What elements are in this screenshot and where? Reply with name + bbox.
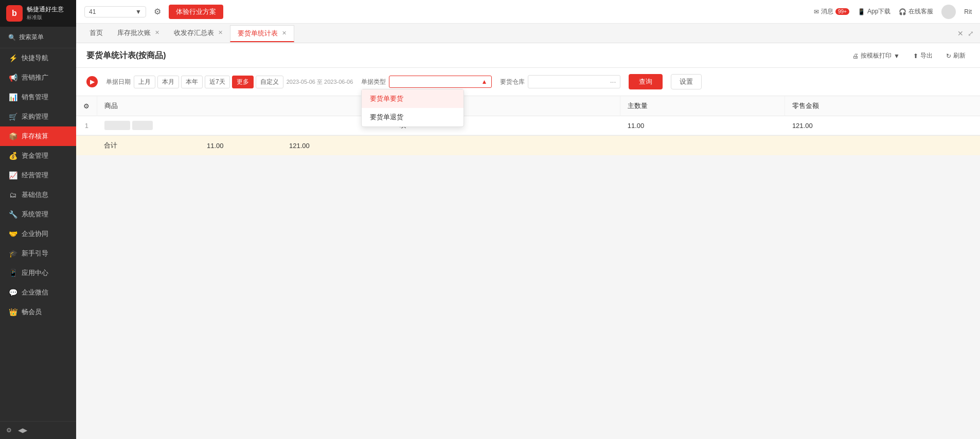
purchase-icon: 🛒 xyxy=(8,113,17,121)
product-tag-2 xyxy=(132,121,153,130)
online-service-btn[interactable]: 🎧 在线客服 xyxy=(899,7,933,16)
sidebar-item-newbie[interactable]: 🎓 新手引导 xyxy=(0,244,76,263)
product-tag-1 xyxy=(104,121,130,130)
search-menu-label: 搜索菜单 xyxy=(19,33,44,42)
date-btn-last-month[interactable]: 上月 xyxy=(134,76,155,88)
sidebar-item-base-info[interactable]: 🗂 基础信息 xyxy=(0,185,76,205)
enterprise-wechat-icon: 💬 xyxy=(8,288,17,297)
td-seq: 1 xyxy=(76,116,97,135)
main-content: 41 ▼ ⚙ 体验行业方案 ✉ 消息 99+ 📱 App下载 🎧 在线客服 xyxy=(76,0,980,439)
sidebar-item-quick-nav[interactable]: ⚡ 快捷导航 xyxy=(0,48,76,68)
tab-stock-batch-close[interactable]: ✕ xyxy=(155,29,159,36)
sidebar-item-enterprise-wechat[interactable]: 💬 企业微信 xyxy=(0,283,76,302)
store-selector[interactable]: 41 ▼ xyxy=(84,6,146,17)
date-filter-group: 单据日期 上月 本月 本年 近7天 更多 自定义 2023-05-06 至 20… xyxy=(106,76,353,88)
tab-requisition-stats-close[interactable]: ✕ xyxy=(282,30,287,36)
date-filter-label: 单据日期 xyxy=(106,78,131,86)
td-qty: 11.00 xyxy=(620,116,785,135)
table-footer: 合计 11.00 121.00 xyxy=(76,135,980,155)
tabs-actions: ✕ ⤢ xyxy=(957,29,974,38)
sidebar-item-label: 畅会员 xyxy=(22,307,42,317)
page-title: 要货单统计表(按商品) xyxy=(86,50,166,66)
sidebar-item-label: 系统管理 xyxy=(22,210,48,219)
refresh-btn[interactable]: ↻ 刷新 xyxy=(942,49,970,62)
sidebar-settings-btn[interactable]: ⚙ xyxy=(6,427,12,434)
warehouse-filter-label: 要货仓库 xyxy=(500,78,525,86)
type-filter-input[interactable] xyxy=(394,78,481,85)
date-btn-custom[interactable]: 自定义 xyxy=(256,76,283,88)
chevron-down-icon: ▼ xyxy=(135,8,141,15)
tab-receive-summary[interactable]: 收发存汇总表 ✕ xyxy=(167,25,230,42)
warehouse-filter-input[interactable] xyxy=(532,78,610,85)
trial-btn[interactable]: 体验行业方案 xyxy=(169,5,223,19)
tab-expand-btn[interactable]: ⤢ xyxy=(968,29,974,38)
search-icon: 🔍 xyxy=(8,34,16,41)
sidebar-item-sales[interactable]: 📊 销售管理 xyxy=(0,87,76,107)
topbar-left: 41 ▼ ⚙ 体验行业方案 xyxy=(84,5,808,19)
sidebar-search-area[interactable]: 🔍 搜索菜单 xyxy=(0,27,76,48)
sidebar-item-inventory[interactable]: 📦 库存核算 xyxy=(0,126,76,146)
sidebar-item-label: 销售管理 xyxy=(22,93,48,102)
tab-close-all-btn[interactable]: ✕ xyxy=(957,29,964,38)
export-label: 导出 xyxy=(920,51,933,60)
set-btn[interactable]: 设置 xyxy=(671,74,702,89)
date-range-display: 2023-05-06 至 2023-06-06 xyxy=(287,78,353,86)
footer-total-qty: 11.00 xyxy=(207,142,269,150)
date-btn-this-year[interactable]: 本年 xyxy=(181,76,203,88)
export-btn[interactable]: ⬆ 导出 xyxy=(909,49,937,62)
tab-stock-batch[interactable]: 库存批次账 ✕ xyxy=(110,25,167,42)
user-name: Rit xyxy=(964,8,972,15)
type-select-arrow-icon[interactable]: ▲ xyxy=(481,78,487,85)
members-icon: 👑 xyxy=(8,308,17,316)
th-product: 商品 xyxy=(97,96,393,116)
dropdown-item-requisition-order[interactable]: 要货单要货 xyxy=(362,89,464,108)
sidebar-item-members[interactable]: 👑 畅会员 xyxy=(0,302,76,322)
marketing-icon: 📢 xyxy=(8,74,17,82)
sidebar-item-operations[interactable]: 📈 经营管理 xyxy=(0,166,76,185)
topbar-settings-btn[interactable]: ⚙ xyxy=(150,5,165,19)
tab-home[interactable]: 首页 xyxy=(82,25,110,42)
table-row: 1 块 11.00 121.00 xyxy=(76,116,980,135)
warehouse-more-icon[interactable]: ··· xyxy=(610,78,616,86)
type-filter-select[interactable]: ▲ xyxy=(389,76,492,88)
sidebar-item-app-center[interactable]: 📱 应用中心 xyxy=(0,263,76,283)
filter-expand-btn[interactable]: ▶ xyxy=(86,76,98,87)
print-btn[interactable]: 🖨 按模板打印 ▼ xyxy=(848,49,904,62)
app-download-btn[interactable]: 📱 App下载 xyxy=(858,7,890,16)
print-label: 按模板打印 xyxy=(861,51,892,60)
filter-type-group: 单据类型 ▲ xyxy=(361,76,492,88)
warehouse-filter-group: 要货仓库 ··· xyxy=(500,75,620,88)
tab-requisition-stats[interactable]: 要货单统计表 ✕ xyxy=(230,25,294,42)
refresh-icon: ↻ xyxy=(946,52,951,60)
table-container: ⚙ 商品 主计量单位 主数量 零售金额 1 xyxy=(76,96,980,135)
date-btn-this-month[interactable]: 本月 xyxy=(157,76,179,88)
sidebar-item-marketing[interactable]: 📢 营销推广 xyxy=(0,68,76,87)
dropdown-item-requisition-return[interactable]: 要货单退货 xyxy=(362,108,464,126)
message-btn[interactable]: ✉ 消息 99+ xyxy=(814,7,849,16)
sidebar-item-label: 企业协同 xyxy=(22,229,48,239)
app-logo: b 畅捷通好生意 标准版 xyxy=(0,0,76,27)
topbar-right: ✉ 消息 99+ 📱 App下载 🎧 在线客服 Rit xyxy=(814,5,972,19)
th-qty: 主数量 xyxy=(620,96,785,116)
date-btn-more[interactable]: 更多 xyxy=(232,76,254,88)
sidebar-item-purchase[interactable]: 🛒 采购管理 xyxy=(0,107,76,126)
user-avatar[interactable] xyxy=(941,5,956,19)
inventory-icon: 📦 xyxy=(8,132,17,140)
operations-icon: 📈 xyxy=(8,171,17,179)
online-service-label: 在线客服 xyxy=(908,7,933,16)
tab-receive-summary-close[interactable]: ✕ xyxy=(218,29,223,36)
query-btn[interactable]: 查询 xyxy=(629,74,663,89)
sidebar-collapse-btn[interactable]: ◀▶ xyxy=(18,427,27,434)
service-icon: 🎧 xyxy=(899,8,906,15)
tab-home-label: 首页 xyxy=(90,28,103,38)
th-settings[interactable]: ⚙ xyxy=(76,96,97,116)
sidebar-item-finance[interactable]: 💰 资金管理 xyxy=(0,146,76,166)
search-menu-btn[interactable]: 🔍 搜索菜单 xyxy=(5,31,71,44)
app-name: 畅捷通好生意 xyxy=(27,6,64,14)
table-header-row: ⚙ 商品 主计量单位 主数量 零售金额 xyxy=(76,96,980,116)
sidebar-item-enterprise[interactable]: 🤝 企业协同 xyxy=(0,224,76,244)
date-btn-7days[interactable]: 近7天 xyxy=(205,76,230,88)
table-settings-icon[interactable]: ⚙ xyxy=(83,102,90,110)
enterprise-icon: 🤝 xyxy=(8,230,17,238)
sidebar-item-sys-manage[interactable]: 🔧 系统管理 xyxy=(0,205,76,224)
